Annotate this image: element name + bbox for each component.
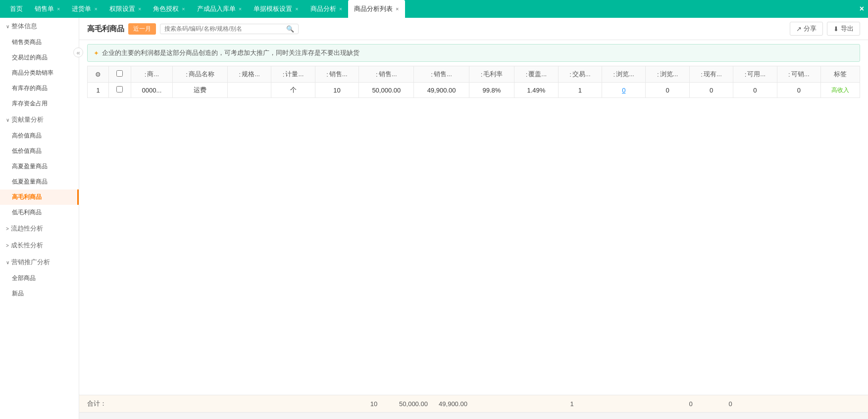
content-area: 高毛利商品 近一月 🔍 ↗ 分享 ⬇ 导出 ✦ 企业的主要的利润都是这部分商品创… <box>79 18 868 419</box>
nav-item-5[interactable]: 产成品入库单× <box>191 0 248 18</box>
sidebar-item-1-2[interactable]: 高夏盈量商品 <box>0 159 79 174</box>
col-header-browse1[interactable]: :浏览... <box>602 66 646 83</box>
col-header-sellable[interactable]: :可销... <box>777 66 820 83</box>
col-header-trade[interactable]: :交易... <box>558 66 602 83</box>
nav-item-8[interactable]: 商品分析列表× <box>348 0 405 18</box>
sidebar-item-4-0[interactable]: 全部商品 <box>0 271 79 286</box>
col-header-checkbox <box>109 66 131 83</box>
cell-browse2-0: 0 <box>646 83 689 98</box>
cell-trade-0: 1 <box>558 83 602 98</box>
sidebar-item-1-0[interactable]: 高价值商品 <box>0 128 79 143</box>
cell-checkbox-0[interactable] <box>109 83 131 98</box>
table-wrap: ⚙:商...:商品名称:规格...:计量...:销售...:销售...:销售..… <box>79 66 868 395</box>
footer-cell-5 <box>314 400 354 408</box>
filter-button[interactable]: 近一月 <box>128 23 156 35</box>
col-header-sales_qty[interactable]: :销售... <box>315 66 358 83</box>
page-title: 高毛利商品 <box>87 24 124 34</box>
row-checkbox-0[interactable] <box>116 86 123 93</box>
col-header-available[interactable]: :可用... <box>733 66 777 83</box>
cell-sales_qty-0: 10 <box>315 83 358 98</box>
nav-close-icon-4[interactable]: × <box>182 6 185 12</box>
sidebar-item-1-5[interactable]: 低毛利商品 <box>0 205 79 220</box>
sidebar-group-1[interactable]: ∨贡献量分析 <box>0 111 79 128</box>
nav-close-icon-1[interactable]: × <box>57 6 60 12</box>
nav-item-7[interactable]: 商品分析× <box>305 0 348 18</box>
select-all-checkbox[interactable] <box>116 70 123 77</box>
footer-cell-14: 0 <box>671 400 711 408</box>
main-layout: « ∨整体信息销售类商品交易过的商品商品分类助销率有库存的商品库存资金占用∨贡献… <box>0 18 868 419</box>
horizontal-scrollbar[interactable] <box>79 412 868 419</box>
action-buttons: ↗ 分享 ⬇ 导出 <box>790 22 860 36</box>
sidebar-item-1-3[interactable]: 低夏盈量商品 <box>0 174 79 189</box>
footer-cell-8: 49,900.00 <box>433 400 473 408</box>
cell-gross_margin-0: 99.8% <box>469 83 514 98</box>
nav-close-icon-5[interactable]: × <box>239 6 242 12</box>
col-header-settings: ⚙ <box>88 66 109 83</box>
col-header-gross_margin[interactable]: :毛利率 <box>469 66 514 83</box>
nav-close-icon-8[interactable]: × <box>396 6 399 12</box>
sidebar-group-4[interactable]: ∨营销推广分析 <box>0 254 79 271</box>
col-header-coverage[interactable]: :覆盖... <box>514 66 558 83</box>
col-header-spec[interactable]: :规格... <box>228 66 271 83</box>
data-table: ⚙:商...:商品名称:规格...:计量...:销售...:销售...:销售..… <box>87 66 860 98</box>
footer-label: 合计： <box>87 399 106 408</box>
cell-coverage-0: 1.49% <box>514 83 558 98</box>
nav-item-1[interactable]: 销售单× <box>29 0 66 18</box>
col-header-tag: 标签 <box>821 66 860 83</box>
nav-close-icon-2[interactable]: × <box>94 6 97 12</box>
settings-icon[interactable]: ⚙ <box>95 71 101 78</box>
nav-close-icon-6[interactable]: × <box>295 6 298 12</box>
sidebar-item-4-1[interactable]: 新品 <box>0 286 79 301</box>
search-input[interactable] <box>164 25 286 32</box>
col-header-code[interactable]: :商... <box>131 66 172 83</box>
sidebar-item-1-1[interactable]: 低价值商品 <box>0 143 79 159</box>
col-header-current_stock[interactable]: :现有... <box>689 66 733 83</box>
footer-cell-1 <box>156 400 196 408</box>
cell-unit-0: 个 <box>271 83 315 98</box>
nav-close-icon-7[interactable]: × <box>339 6 342 12</box>
share-button[interactable]: ↗ 分享 <box>790 22 823 36</box>
col-header-sales_amount[interactable]: :销售... <box>359 66 414 83</box>
nav-item-2[interactable]: 进货单× <box>66 0 103 18</box>
nav-item-4[interactable]: 角色授权× <box>147 0 191 18</box>
sidebar-group-3[interactable]: >成长性分析 <box>0 237 79 254</box>
sidebar-group-2[interactable]: >流趋性分析 <box>0 220 79 237</box>
cell-available-0: 0 <box>733 83 777 98</box>
search-icon[interactable]: 🔍 <box>286 25 294 33</box>
sidebar-item-0-3[interactable]: 有库存的商品 <box>0 81 79 96</box>
export-icon: ⬇ <box>833 25 839 33</box>
footer-cell-10 <box>512 400 552 408</box>
sidebar-item-0-2[interactable]: 商品分类助销率 <box>0 65 79 81</box>
arrow-icon: ∨ <box>6 260 9 265</box>
browse-link[interactable]: 0 <box>622 87 625 94</box>
search-box: 🔍 <box>160 24 299 34</box>
footer-cell-16 <box>750 400 790 408</box>
sidebar-item-1-4[interactable]: 高毛利商品 <box>0 189 79 205</box>
tag-badge: 高收入 <box>831 87 849 93</box>
sidebar-group-0[interactable]: ∨整体信息 <box>0 18 79 35</box>
col-header-unit[interactable]: :计量... <box>271 66 315 83</box>
sidebar: ∨整体信息销售类商品交易过的商品商品分类助销率有库存的商品库存资金占用∨贡献量分… <box>0 18 79 419</box>
footer-cell-2 <box>196 400 235 408</box>
footer-cell-9 <box>473 400 512 408</box>
col-header-sales_cost[interactable]: :销售... <box>414 66 469 83</box>
sidebar-item-0-1[interactable]: 交易过的商品 <box>0 50 79 65</box>
footer-cell-12 <box>592 400 631 408</box>
footer-cell-13 <box>631 400 671 408</box>
nav-item-3[interactable]: 权限设置× <box>103 0 147 18</box>
cell-settings-0: 1 <box>88 83 109 98</box>
export-button[interactable]: ⬇ 导出 <box>827 22 860 36</box>
cell-sellable-0: 0 <box>777 83 820 98</box>
info-bar: ✦ 企业的主要的利润都是这部分商品创造的，可考虑加大推广，同时关注库存是不要出现… <box>87 44 860 62</box>
close-all-icon[interactable]: × <box>860 4 864 13</box>
info-icon: ✦ <box>94 49 99 57</box>
nav-item-6[interactable]: 单据模板设置× <box>248 0 304 18</box>
col-header-browse2[interactable]: :浏览... <box>646 66 689 83</box>
nav-close-icon-3[interactable]: × <box>138 6 141 12</box>
col-header-name[interactable]: :商品名称 <box>173 66 228 83</box>
sidebar-item-0-0[interactable]: 销售类商品 <box>0 35 79 50</box>
cell-sales_amount-0: 50,000.00 <box>359 83 414 98</box>
nav-item-0[interactable]: 首页 <box>4 0 29 18</box>
sidebar-collapse-button[interactable]: « <box>73 47 83 57</box>
sidebar-item-0-4[interactable]: 库存资金占用 <box>0 96 79 111</box>
